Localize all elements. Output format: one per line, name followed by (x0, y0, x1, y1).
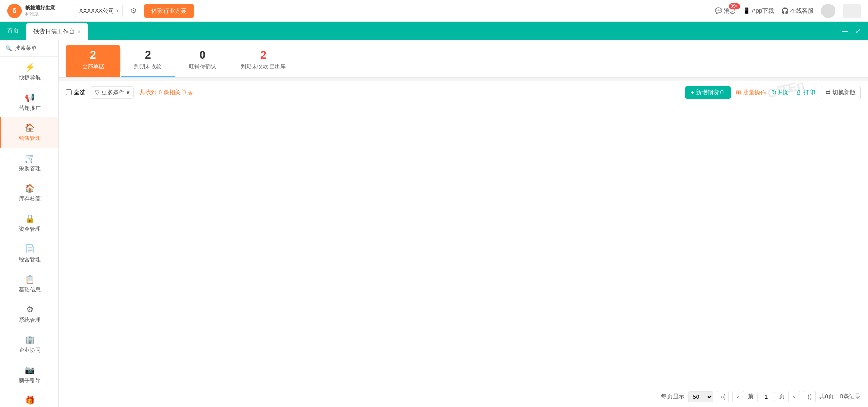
user-name-area[interactable] (843, 4, 861, 18)
batch-icon: ⊞ (736, 89, 741, 96)
download-icon: 📱 (743, 7, 750, 14)
sales-icon: 🏠 (25, 123, 35, 133)
page-size-select[interactable]: 50 100 200 (688, 391, 713, 402)
stat-label-pending: 旺铺待确认 (189, 63, 216, 70)
stat-tab-pending[interactable]: 0 旺铺待确认 (175, 45, 230, 77)
settings-icon-button[interactable]: ⚙ (126, 4, 141, 18)
filter-button[interactable]: ▽ 更多条件 ▾ (91, 86, 134, 99)
select-all-checkbox[interactable]: 全选 (66, 89, 85, 97)
content-area: 2 全部单据 2 到期未收款 0 旺铺待确认 2 到期未收款 已出库 (59, 40, 868, 407)
basic-info-icon: 📋 (25, 274, 35, 284)
header-right: 💬 消息 99+ 📱 App下载 🎧 在线客服 (715, 4, 861, 18)
stat-label-all: 全部单据 (82, 63, 104, 70)
sidebar-item-inventory[interactable]: 🏠 库存核算 (0, 178, 58, 208)
enterprise-icon: 🏢 (25, 335, 35, 345)
sidebar-item-quick-nav[interactable]: ⚡ 快捷导航 (0, 57, 58, 87)
user-avatar[interactable] (821, 4, 835, 18)
next-page-button[interactable]: › (788, 391, 800, 402)
filter-icon: ▽ (95, 89, 99, 96)
sidebar-item-system[interactable]: ⚙ 系统管理 (0, 299, 58, 329)
logo-area: 6 畅捷通好生意 标准版 (7, 4, 66, 18)
tab-workbench[interactable]: 钱货日清工作台 × (26, 23, 88, 40)
messages-badge: 99+ (729, 3, 740, 9)
switch-icon: ⇄ (826, 89, 830, 96)
tab-close-icon[interactable]: × (77, 28, 80, 35)
sidebar-item-enterprise[interactable]: 🏢 企业协同 (0, 329, 58, 360)
tab-minimize-button[interactable]: — (840, 25, 850, 36)
total-records: 共0页，0条记录 (819, 393, 861, 401)
messages-button[interactable]: 💬 消息 99+ (715, 7, 736, 15)
stat-tab-overdue[interactable]: 2 到期未收款 (121, 45, 175, 77)
app-download-button[interactable]: 📱 App下载 (743, 7, 774, 15)
table-area (59, 104, 868, 386)
stat-count-pending: 0 (199, 49, 205, 62)
tab-bar: 首页 钱货日清工作台 × — ⤢ (0, 22, 868, 40)
new-sales-order-button[interactable]: + 新增销货单 (685, 86, 731, 99)
chevron-down-icon: ▾ (116, 8, 118, 13)
search-icon: 🔍 (5, 45, 12, 51)
tab-actions: — ⤢ (840, 22, 868, 40)
sidebar-item-app-center[interactable]: 🎁 应用中心 (0, 390, 58, 407)
app-center-icon: 🎁 (25, 395, 35, 405)
refresh-button[interactable]: ↻ 刷新 (772, 89, 790, 97)
print-button[interactable]: 🖨 打印 (796, 89, 815, 97)
last-page-button[interactable]: ⟩⟩ (804, 391, 816, 402)
trial-button[interactable]: 体验行业方案 (144, 4, 194, 18)
stat-label-shipped: 到期未收款 已出库 (241, 63, 286, 70)
print-icon: 🖨 (796, 89, 802, 96)
sidebar-search[interactable]: 🔍 搜索菜单 (0, 40, 58, 57)
pagination: 每页显示 50 100 200 ⟨⟨ ‹ 第 页 › ⟩⟩ 共0页，0条记录 (59, 386, 868, 407)
first-page-button[interactable]: ⟨⟨ (717, 391, 729, 402)
stat-count-all: 2 (90, 49, 96, 62)
operations-icon: 📄 (25, 244, 35, 254)
tab-home[interactable]: 首页 (0, 22, 26, 40)
sidebar: 🔍 搜索菜单 ⚡ 快捷导航 📢 营销推广 🏠 销售管理 🛒 采购管理 🏠 库存核… (0, 40, 59, 407)
online-service-button[interactable]: 🎧 在线客服 (781, 7, 814, 15)
switch-version-button[interactable]: ⇄ 切换新版 (821, 86, 861, 99)
sidebar-item-basic-info[interactable]: 📋 基础信息 (0, 269, 58, 299)
system-icon: ⚙ (26, 304, 33, 314)
sidebar-item-operations[interactable]: 📄 经营管理 (0, 239, 58, 269)
page-number-input[interactable] (757, 392, 775, 402)
sidebar-item-guide[interactable]: 📷 新手引导 (0, 360, 58, 390)
company-selector[interactable]: XXXXXX公司 ▾ (75, 5, 123, 17)
logo-text: 畅捷通好生意 标准版 (25, 5, 55, 17)
stats-tabs: 2 全部单据 2 到期未收款 0 旺铺待确认 2 到期未收款 已出库 (59, 40, 868, 78)
toolbar-right: + 新增销货单 ⊞ 批量操作 ↻ 刷新 🖨 打印 ⇄ 切换新版 (685, 86, 861, 99)
toolbar: 全选 ▽ 更多条件 ▾ 共找到 0 条相关单据 + 新增销货单 ⊞ 批量操作 (59, 81, 868, 104)
result-text: 共找到 0 条相关单据 (139, 89, 193, 97)
refresh-icon: ↻ (772, 89, 777, 96)
batch-operation-button[interactable]: ⊞ 批量操作 (736, 89, 766, 97)
sidebar-item-finance[interactable]: 🔒 资金管理 (0, 208, 58, 239)
tab-maximize-button[interactable]: ⤢ (854, 25, 863, 36)
prev-page-button[interactable]: ‹ (732, 391, 744, 402)
result-count: 0 (159, 89, 162, 96)
sidebar-item-purchase[interactable]: 🛒 采购管理 (0, 148, 58, 178)
main-layout: 🔍 搜索菜单 ⚡ 快捷导航 📢 营销推广 🏠 销售管理 🛒 采购管理 🏠 库存核… (0, 40, 868, 407)
message-icon: 💬 (715, 7, 722, 14)
top-header: 6 畅捷通好生意 标准版 XXXXXX公司 ▾ ⚙ 体验行业方案 💬 消息 99… (0, 0, 868, 22)
chevron-down-icon: ▾ (127, 89, 130, 96)
quick-nav-icon: ⚡ (25, 62, 35, 72)
guide-icon: 📷 (25, 365, 35, 375)
stat-tab-shipped[interactable]: 2 到期未收款 已出库 (230, 45, 297, 77)
select-all-input[interactable] (66, 89, 72, 95)
stat-count-overdue: 2 (145, 49, 151, 62)
logo-icon: 6 (7, 4, 22, 18)
sidebar-item-sales[interactable]: 🏠 销售管理 (0, 117, 58, 148)
inventory-icon: 🏠 (25, 183, 35, 193)
purchase-icon: 🛒 (25, 153, 35, 163)
header-center: XXXXXX公司 ▾ ⚙ 体验行业方案 (66, 4, 715, 18)
marketing-icon: 📢 (25, 93, 35, 103)
sidebar-item-marketing[interactable]: 📢 营销推广 (0, 87, 58, 117)
stat-label-overdue: 到期未收款 (134, 63, 161, 70)
service-icon: 🎧 (781, 7, 788, 14)
stat-tab-all[interactable]: 2 全部单据 (66, 45, 120, 77)
gear-icon: ⚙ (130, 6, 137, 15)
finance-icon: 🔒 (25, 214, 35, 224)
stat-count-shipped: 2 (260, 49, 266, 62)
